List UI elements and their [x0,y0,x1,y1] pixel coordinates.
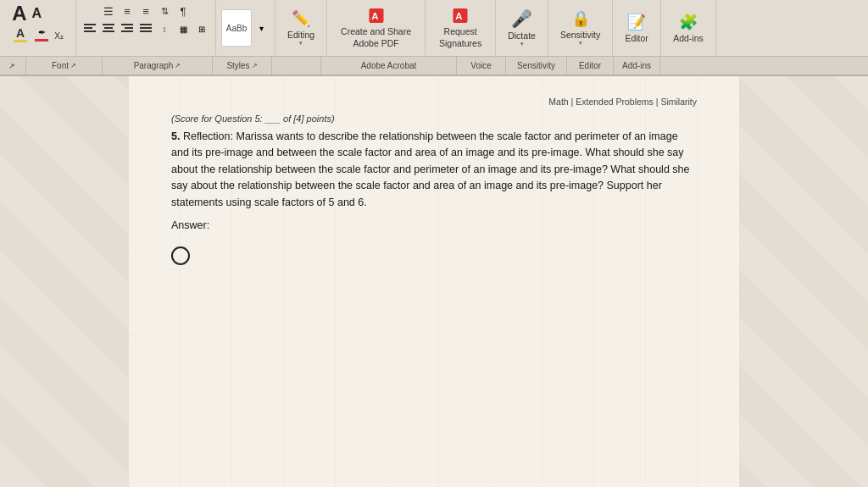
ribbon: A A A ✒ X₂ [0,0,868,76]
ribbon-bottom-bar: ↗ Font ↗ Paragraph ↗ Styles ↗ Adobe Acro… [0,56,868,75]
styles-group: AaBb ▾ [216,0,275,56]
shading-icon[interactable]: ▦ [175,21,192,36]
svg-rect-4 [104,27,113,29]
align-left-icon[interactable] [81,21,98,36]
svg-rect-9 [140,24,152,25]
svg-text:A: A [371,11,378,21]
create-share-group: A Create and Share Adobe PDF [327,0,426,56]
editor-group: 📝 Editor [613,0,661,56]
question-text: 5. Reflection: Marissa wants to describe… [171,129,697,211]
font-expand-icon: ↗ [8,62,15,70]
editor-button[interactable]: 📝 Editor [618,4,655,52]
list-icon[interactable]: ☰ [100,3,117,19]
font-color-button[interactable]: A [12,27,29,44]
document-area: Math | Extended Problems | Similarity (S… [0,76,868,487]
sensitivity-button[interactable]: 🔒 Sensitivity ▾ [554,4,607,52]
ribbon-main-row: A A A ✒ X₂ [0,0,868,56]
font-highlight-button[interactable]: ✒ [33,27,50,44]
indent-left-icon[interactable]: ≡ [119,3,136,19]
align-right-icon[interactable] [119,21,136,36]
bottom-label-sensitivity: Sensitivity [506,57,567,75]
adobe-icon: A [367,7,386,25]
bottom-label-editor: Editor [567,57,614,75]
bottom-label-font[interactable]: Font ↗ [26,57,103,75]
align-justify-icon[interactable] [137,21,154,36]
dictate-button[interactable]: 🎤 Dictate ▾ [501,4,542,52]
request-group: A Request Signatures [426,0,496,56]
border-icon[interactable]: ⊞ [193,21,210,36]
svg-rect-10 [140,27,152,29]
question-number: 5. [171,130,180,142]
svg-rect-1 [84,27,92,29]
editing-button[interactable]: ✏️ Editing ▾ [281,4,321,52]
svg-rect-11 [140,30,152,32]
font-big-a[interactable]: A [12,3,26,24]
score-line: (Score for Question 5: ___ of [4] points… [171,113,697,124]
style-normal[interactable]: AaBb [221,9,252,47]
bottom-label-adobe: Adobe Acrobat [321,57,457,75]
svg-rect-8 [121,30,133,32]
svg-rect-6 [121,24,133,25]
bottom-label-addins: Add-ins [614,57,660,75]
font-chevron: ↗ [70,62,76,69]
subscript-button[interactable]: X₂ [54,31,64,41]
svg-rect-3 [103,24,114,25]
align-center-icon[interactable] [100,21,117,36]
page: Math | Extended Problems | Similarity (S… [129,76,739,487]
paragraph-group: ☰ ≡ ≡ ⇅ ¶ [76,0,216,56]
answer-circle [171,243,697,268]
svg-rect-2 [84,30,96,32]
request-icon: A [451,7,470,25]
pilcrow-icon[interactable]: ¶ [175,3,192,19]
font-small-a[interactable]: A [32,6,42,21]
bottom-label-font-expand[interactable]: ↗ [0,57,26,75]
bottom-label-styles[interactable]: Styles ↗ [213,57,272,75]
svg-rect-0 [84,24,96,25]
font-group-partial: A A A ✒ X₂ [0,0,76,56]
indent-right-icon[interactable]: ≡ [137,3,154,19]
bottom-label-editing [272,57,321,75]
bottom-label-voice: Voice [457,57,506,75]
sort-icon[interactable]: ⇅ [156,3,173,19]
bottom-label-paragraph[interactable]: Paragraph ↗ [103,57,213,75]
styles-expand-icon: ↗ [252,62,258,69]
paragraph-expand-icon: ↗ [175,62,181,69]
question-body: Marissa wants to describe the relationsh… [171,130,689,208]
addins-button[interactable]: 🧩 Add-ins [666,4,710,52]
answer-label: Answer: [171,219,697,231]
dictate-group: 🎤 Dictate ▾ [496,0,548,56]
editing-group: ✏️ Editing ▾ [275,0,327,56]
svg-rect-5 [103,30,114,32]
addins-group: 🧩 Add-ins [661,0,716,56]
page-meta: Math | Extended Problems | Similarity [171,97,697,107]
svg-text:A: A [455,11,462,21]
styles-expand-btn[interactable]: ▾ [253,9,270,47]
spacing-icon[interactable]: ↕ [156,21,173,36]
sensitivity-group: 🔒 Sensitivity ▾ [548,0,613,56]
request-button[interactable]: A Request Signatures [432,3,488,53]
create-share-button[interactable]: A Create and Share Adobe PDF [334,3,418,53]
svg-rect-7 [125,27,133,29]
question-intro: Reflection: [183,130,233,142]
